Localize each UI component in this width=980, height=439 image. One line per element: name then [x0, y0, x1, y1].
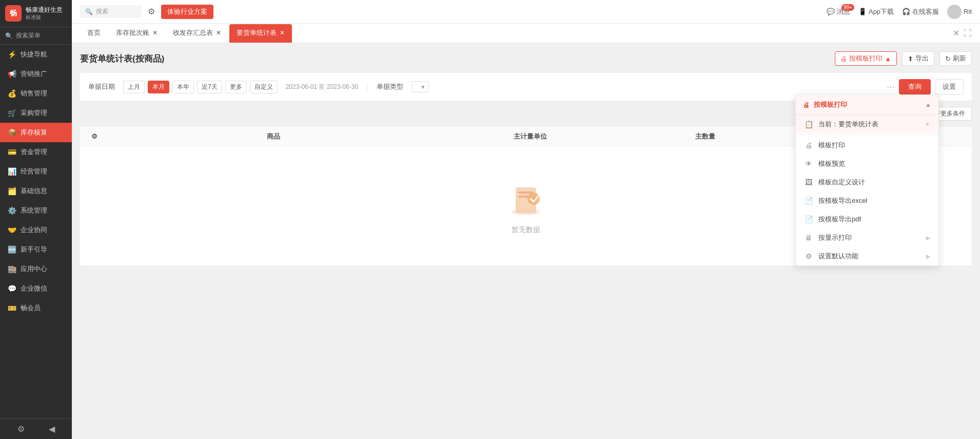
template-print-icon: 🖨 — [804, 141, 813, 149]
more-icon[interactable]: ⋯ — [887, 82, 895, 92]
page-title: 要货单统计表(按商品) — [80, 53, 164, 65]
sidebar-item-purchase[interactable]: 🛒 采购管理 — [0, 103, 72, 123]
service-button[interactable]: 🎧 在线客服 — [902, 7, 939, 16]
svg-rect-3 — [518, 196, 528, 198]
export-button[interactable]: ⬆ 导出 — [902, 51, 934, 66]
filter-setting-button[interactable]: 设置 — [935, 79, 964, 94]
guide-label: 新手引导 — [21, 245, 47, 254]
operation-label: 经营管理 — [21, 167, 47, 176]
display-print-arrow-icon: ▶ — [926, 235, 930, 241]
sidebar-search-label: 搜索菜单 — [16, 31, 41, 40]
print-icon: 🖨 — [840, 55, 847, 63]
sidebar-item-appstore[interactable]: 🏬 应用中心 — [0, 259, 72, 279]
sidebar-search[interactable]: 🔍 搜索菜单 — [0, 27, 72, 45]
dropdown-item-template-design[interactable]: 🖼 模板自定义设计 — [796, 173, 938, 192]
type-select-wrap[interactable] — [411, 81, 429, 92]
date-btn-上月[interactable]: 上月 — [123, 81, 145, 93]
date-btn-自定义[interactable]: 自定义 — [250, 81, 278, 93]
user-name: Rit — [964, 8, 972, 15]
close-window-icon[interactable]: ✕ — [953, 28, 959, 38]
dropdown-item-template-pdf[interactable]: 📄 按模板导出pdf — [796, 210, 938, 228]
print-button[interactable]: 🖨 按模板打印 ▲ — [835, 51, 897, 66]
collapse-footer-icon[interactable]: ◀ — [49, 424, 55, 434]
quick-nav-icon: ⚡ — [7, 50, 16, 59]
dropdown-item-template-excel[interactable]: 📄 按模板导出excel — [796, 192, 938, 210]
sidebar-item-wechat[interactable]: 💬 企业微信 — [0, 279, 72, 298]
dropdown-item-set-default[interactable]: ⚙ 设置默认功能 ▶ — [796, 247, 938, 265]
dropdown-title: 按模板打印 — [814, 100, 847, 109]
expand-window-icon[interactable]: ⛶ — [964, 29, 972, 38]
type-select[interactable] — [411, 81, 429, 92]
logo-name: 畅康通好生意 — [26, 6, 63, 14]
logo-icon: 畅 — [5, 5, 22, 22]
page-header: 要货单统计表(按商品) 🖨 按模板打印 ▲ ⬆ 导出 ↻ 刷新 — [80, 51, 972, 66]
enterprise-label: 企业协同 — [21, 225, 47, 235]
print-dropdown-menu: 🖨 按模板打印 ▲ 📋 当前：要货单统计表 ▼ 🖨 模板打印 👁 模板预览 — [795, 94, 939, 266]
print-arrow-icon: ▲ — [885, 55, 891, 63]
empty-text: 暂无数据 — [512, 225, 540, 235]
sidebar-item-sales[interactable]: 💰 销售管理 — [0, 84, 72, 103]
base-label: 基础信息 — [21, 186, 47, 196]
tab-order-stats[interactable]: 要货单统计表✕ — [229, 24, 292, 43]
date-btn-本月[interactable]: 本月 — [148, 81, 169, 93]
date-btn-更多[interactable]: 更多 — [225, 81, 247, 93]
promo-button[interactable]: 体验行业方案 — [161, 5, 213, 19]
tab-receipt-summary[interactable]: 收发存汇总表✕ — [166, 24, 228, 43]
empty-illustration — [505, 177, 546, 218]
print-label: 按模板打印 — [849, 54, 883, 63]
template-design-label: 模板自定义设计 — [818, 178, 930, 187]
query-button[interactable]: 查询 — [899, 79, 931, 94]
sidebar-item-inventory[interactable]: 📦 库存核算 — [0, 123, 72, 142]
topbar-gear-icon[interactable]: ⚙ — [148, 7, 155, 16]
col-settings[interactable]: ⚙ — [84, 128, 105, 144]
tab-close-receipt-summary[interactable]: ✕ — [216, 29, 221, 36]
date-range-text: 2023-06-01 至 2023-06-30 — [286, 83, 358, 91]
user-avatar-area[interactable]: Rit — [947, 5, 972, 19]
app-download-button[interactable]: 📱 App下载 — [858, 7, 894, 16]
col-product: 商品 — [105, 128, 442, 145]
date-btn-本年[interactable]: 本年 — [172, 81, 194, 93]
sidebar-footer: ⚙ ◀ — [0, 418, 72, 439]
dropdown-collapse-icon[interactable]: ▲ — [925, 101, 931, 108]
marketing-label: 营销推广 — [21, 69, 47, 79]
sidebar-item-finance[interactable]: 💳 资金管理 — [0, 142, 72, 162]
topbar-search[interactable]: 🔍 搜索 — [80, 5, 142, 18]
sidebar-item-quick-nav[interactable]: ⚡ 快捷导航 — [0, 45, 72, 64]
tab-close-batch-account[interactable]: ✕ — [152, 29, 158, 36]
tab-close-order-stats[interactable]: ✕ — [280, 29, 285, 36]
finance-label: 资金管理 — [21, 147, 47, 157]
settings-footer-icon[interactable]: ⚙ — [17, 424, 25, 434]
sidebar-item-system[interactable]: ⚙️ 系统管理 — [0, 201, 72, 220]
template-design-icon: 🖼 — [804, 178, 813, 186]
sidebar-item-operation[interactable]: 📊 经营管理 — [0, 162, 72, 181]
tab-batch-account[interactable]: 库存批次账✕ — [109, 24, 165, 43]
date-btn-近7天[interactable]: 近7天 — [197, 81, 222, 93]
dropdown-item-display-print[interactable]: 🖥 按显示打印 ▶ — [796, 228, 938, 247]
dropdown-item-template-preview[interactable]: 👁 模板预览 — [796, 155, 938, 173]
dropdown-current-item[interactable]: 📋 当前：要货单统计表 ▼ — [796, 115, 938, 133]
tab-home[interactable]: 首页 — [80, 24, 108, 43]
operation-icon: 📊 — [7, 167, 16, 176]
sales-label: 销售管理 — [21, 89, 47, 98]
sidebar-item-marketing[interactable]: 📢 营销推广 — [0, 64, 72, 84]
sidebar-item-base[interactable]: 🗂️ 基础信息 — [0, 181, 72, 201]
sidebar-item-member[interactable]: 🎫 畅会员 — [0, 298, 72, 318]
sidebar-item-enterprise[interactable]: 🤝 企业协同 — [0, 220, 72, 240]
dropdown-header: 🖨 按模板打印 ▲ — [796, 95, 938, 115]
appstore-icon: 🏬 — [7, 265, 16, 273]
display-print-label: 按显示打印 — [818, 233, 921, 242]
tab-label-order-stats: 要货单统计表 — [237, 28, 277, 37]
sidebar-item-guide[interactable]: 🆕 新手引导 — [0, 240, 72, 259]
template-pdf-icon: 📄 — [804, 215, 813, 223]
col-qty: 主数量 — [618, 128, 793, 145]
topbar-search-icon: 🔍 — [85, 8, 93, 15]
refresh-label: 刷新 — [953, 54, 966, 63]
refresh-icon: ↻ — [945, 55, 951, 63]
dropdown-current-label: 当前：要货单统计表 — [818, 120, 919, 129]
service-icon: 🎧 — [902, 8, 910, 15]
template-pdf-label: 按模板导出pdf — [818, 215, 930, 224]
svg-point-4 — [527, 193, 540, 205]
message-button[interactable]: 💬 消息 99+ — [827, 7, 850, 16]
refresh-button[interactable]: ↻ 刷新 — [939, 51, 972, 66]
dropdown-item-template-print[interactable]: 🖨 模板打印 — [796, 136, 938, 155]
